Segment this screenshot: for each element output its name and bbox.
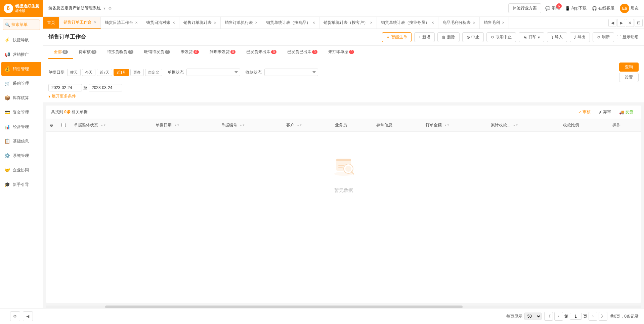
tab-close-sales-order-stats[interactable]: ✕ [214,21,216,25]
abnormal-col-label: 异常信息 [376,123,392,127]
sidebar-item-guide[interactable]: 🎓新手引导 [1,177,41,192]
new-button[interactable]: + 新增 [414,32,435,42]
tab-label-sales-stats-customer: 销货单统计表（按客户） [324,20,368,26]
filter-tab-shipped-warehoused[interactable]: 已发货已出库0 [282,46,323,59]
tab-close-sales-stats-product[interactable]: ✕ [312,21,315,25]
print-button[interactable]: 🖨 打印 ▾ [519,32,544,42]
sidebar-item-operations[interactable]: 📊经营管理 [1,120,41,134]
tab-sales-order-workbench[interactable]: 销售订单工作台✕ [59,17,101,29]
date-quick-自定义[interactable]: 自定义 [145,69,162,76]
settings-button[interactable]: 设置 [619,73,639,82]
solution-button[interactable]: 体验行业方案 [508,3,541,13]
settings-icon[interactable]: ⚙ [108,6,112,11]
user-menu[interactable]: Ea 用友 [620,4,639,13]
tab-sales-stats-product[interactable]: 销货单统计表（按商品）✕ [262,17,319,29]
stop-button[interactable]: ⊘ 中止 [462,32,484,42]
tab-close-sales-stats-salesperson[interactable]: ✕ [431,21,434,25]
filter-tab-pending-inspect[interactable]: 待拣货验货0 [102,46,139,59]
show-detail-checkbox[interactable] [617,35,621,39]
import-button[interactable]: ⤵ 导入 [547,32,567,42]
horizontal-scrollbar[interactable] [46,306,641,308]
first-page-button[interactable]: 《 [544,312,553,321]
sort-icon: ▲▼ [513,124,518,127]
date-from-input[interactable] [48,84,82,91]
date-range: 至 [48,84,639,91]
sidebar-item-purchase[interactable]: 🛒采购管理 [1,76,41,90]
tab-cash-daily[interactable]: 钱货日清工作台✕ [101,17,142,29]
tab-sales-profit[interactable]: 销售毛利✕ [480,17,509,29]
review-action-button[interactable]: ✓ 审核 [575,108,593,116]
cancel-review-action-button[interactable]: ✗ 弃审 [596,108,614,116]
search-menu-button[interactable]: 🔍 搜索菜单 [3,19,40,30]
tab-sales-order-exec[interactable]: 销售订单执行表✕ [221,17,262,29]
tab-close-sales-order-exec[interactable]: ✕ [255,21,258,25]
nav-icon-quick-nav: ⚡ [4,37,10,43]
page-number-input[interactable] [570,313,582,320]
print-icon: 🖨 [523,35,527,40]
expand-conditions-button[interactable]: ▾ 展开更多条件 [48,93,639,99]
th-abnormal: 异常信息 [372,119,422,132]
filter-tab-shipped-not-warehoused[interactable]: 已发货未出库0 [241,46,282,59]
tab-prev-button[interactable]: ◀ [608,19,616,27]
scrollbar-thumb[interactable] [105,306,463,308]
tab-sales-stats-customer[interactable]: 销货单统计表（按客户）✕ [319,17,377,29]
tab-cash-reconcile[interactable]: 钱货日清对账✕ [142,17,179,29]
next-page-button[interactable]: › [589,312,597,321]
sidebar-item-enterprise[interactable]: 🤝企业协同 [1,163,41,177]
cancel-stop-button[interactable]: ↺ 取消中止 [486,32,516,42]
tab-close-product-margin[interactable]: ✕ [473,21,475,25]
sidebar-item-quick-nav[interactable]: ⚡快捷导航 [1,33,41,47]
search-button[interactable]: 查询 [619,63,639,72]
settings-footer-button[interactable]: ⚙ [10,311,20,321]
filter-tab-overdue-not-shipped[interactable]: 到期未发货0 [204,46,241,59]
date-quick-更多[interactable]: 更多 [130,69,144,76]
status-select[interactable] [186,69,240,76]
ship-action-button[interactable]: 🚚 发货 [616,108,636,116]
show-detail-toggle[interactable]: 显示明细 [617,34,639,40]
refresh-button[interactable]: ↻ 刷新 [593,32,614,42]
date-quick-昨天[interactable]: 昨天 [67,69,81,76]
sidebar-item-system[interactable]: ⚙️系统管理 [1,149,41,163]
tab-close-sales-order-workbench[interactable]: ✕ [94,21,96,24]
tab-sales-stats-salesperson[interactable]: 销货单统计表（按业务员）✕ [377,17,438,29]
filter-tab-not-shipped[interactable]: 未发货0 [175,46,204,59]
select-all-checkbox[interactable] [61,123,66,127]
tab-next-button[interactable]: ▶ [617,19,625,27]
tab-close-sales-profit[interactable]: ✕ [502,21,505,25]
sidebar-item-base-info[interactable]: 📋基础信息 [1,134,41,148]
tab-expand-button[interactable]: ⊡ [635,19,643,27]
app-download-button[interactable]: 📱 App下载 [565,5,587,11]
smart-create-button[interactable]: ✦ 智能生单 [382,32,412,42]
tab-product-margin[interactable]: 商品毛利分析表✕ [438,17,480,29]
date-to-input[interactable] [89,84,122,91]
filter-tab-all[interactable]: 全部0 [48,46,73,59]
collapse-sidebar-button[interactable]: ◀ [23,311,33,321]
delete-button[interactable]: 🗑 删除 [437,32,460,42]
filter-tab-wangpu-pending-ship[interactable]: 旺铺待发货0 [139,46,176,59]
table-scroll[interactable]: ⚙ 单据整体状态 ▲▼ 单据日期 ▲▼ [46,119,641,303]
message-button[interactable]: 💬 消息 6 [545,5,560,11]
payment-select[interactable] [264,69,318,76]
sidebar-item-sales[interactable]: 💰销售管理 [1,62,41,76]
sidebar-item-finance[interactable]: 💳资金管理 [1,105,41,119]
sidebar-item-marketing[interactable]: 📢营销推广 [1,47,41,62]
date-quick-近7天[interactable]: 近7天 [97,69,112,76]
online-service-button[interactable]: 🎧 在线客服 [592,5,614,11]
tab-close-sales-stats-customer[interactable]: ✕ [370,21,373,25]
tab-close-cash-reconcile[interactable]: ✕ [172,21,175,25]
date-quick-近1月[interactable]: 近1月 [114,69,129,76]
tab-home[interactable]: 首页 [43,17,59,29]
date-quick-今天[interactable]: 今天 [82,69,95,76]
tab-sales-order-stats[interactable]: 销售订单统计表✕ [179,17,221,29]
filter-tab-not-printed[interactable]: 未打印单据0 [323,46,360,59]
tab-close-all-button[interactable]: ✕ [626,19,634,27]
table-quick-actions: ✓ 审核 ✗ 弃审 🚚 发货 [575,108,636,116]
export-button[interactable]: ⤴ 导出 [570,32,590,42]
tab-close-cash-daily[interactable]: ✕ [135,21,138,25]
sidebar-item-inventory[interactable]: 📦库存核算 [1,91,41,105]
prev-page-button[interactable]: ‹ [554,312,563,321]
column-settings-icon[interactable]: ⚙ [50,123,53,128]
page-size-select[interactable]: 102050100 [524,313,542,320]
filter-tab-pending-review[interactable]: 待审核0 [73,46,102,59]
last-page-button[interactable]: 》 [599,312,607,321]
